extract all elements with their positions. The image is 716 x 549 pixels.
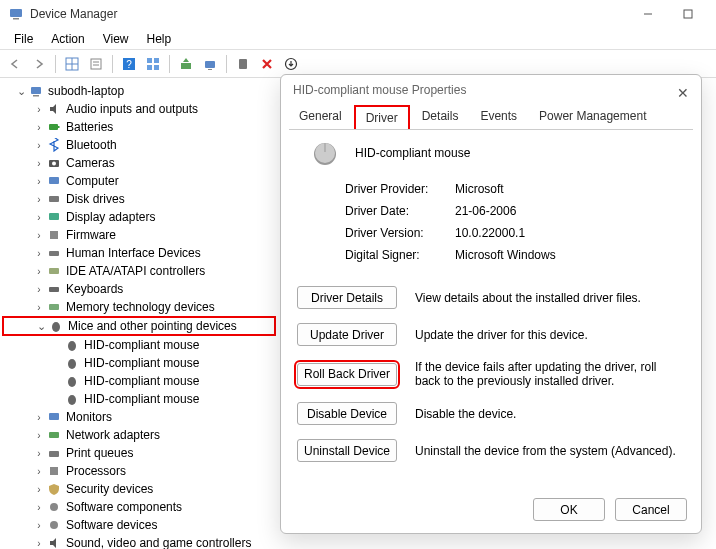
chevron-right-icon[interactable] (32, 176, 46, 187)
close-button[interactable]: ✕ (671, 81, 695, 105)
svg-rect-30 (50, 231, 58, 239)
chevron-right-icon[interactable] (32, 520, 46, 531)
tree-item-disk[interactable]: Disk drives (4, 190, 276, 208)
tree-item-hid-mouse[interactable]: HID-compliant mouse (4, 372, 276, 390)
toolbar-help-icon[interactable]: ? (118, 53, 140, 75)
uninstall-device-button[interactable]: Uninstall Device (297, 439, 397, 462)
menu-action[interactable]: Action (43, 30, 92, 48)
tree-label: Security devices (66, 482, 153, 496)
ide-icon (46, 263, 62, 279)
tree-item-cameras[interactable]: Cameras (4, 154, 276, 172)
tab-events[interactable]: Events (470, 105, 527, 129)
toolbar-install-icon[interactable] (280, 53, 302, 75)
tree-item-hid-mouse[interactable]: HID-compliant mouse (4, 354, 276, 372)
toolbar-delete-icon[interactable] (256, 53, 278, 75)
tree-item-hid-mouse[interactable]: HID-compliant mouse (4, 336, 276, 354)
tab-driver[interactable]: Driver (354, 105, 410, 129)
tree-root[interactable]: subodh-laptop (4, 82, 276, 100)
minimize-button[interactable] (628, 0, 668, 28)
forward-button[interactable] (28, 53, 50, 75)
svg-rect-17 (205, 61, 215, 68)
chevron-down-icon[interactable] (34, 320, 48, 333)
chevron-right-icon[interactable] (32, 122, 46, 133)
update-driver-button[interactable]: Update Driver (297, 323, 397, 346)
tree-item-print[interactable]: Print queues (4, 444, 276, 462)
menu-file[interactable]: File (6, 30, 41, 48)
tree-item-computer[interactable]: Computer (4, 172, 276, 190)
chevron-right-icon[interactable] (32, 104, 46, 115)
chevron-right-icon[interactable] (32, 248, 46, 259)
cancel-button[interactable]: Cancel (615, 498, 687, 521)
toolbar-properties-icon[interactable] (85, 53, 107, 75)
svg-point-45 (50, 521, 58, 529)
svg-rect-40 (49, 413, 59, 420)
menubar: File Action View Help (0, 28, 716, 50)
driver-details-button[interactable]: Driver Details (297, 286, 397, 309)
chevron-right-icon[interactable] (32, 412, 46, 423)
toolbar-grid2-icon[interactable] (142, 53, 164, 75)
toolbar-grid-icon[interactable] (61, 53, 83, 75)
tree-item-mice[interactable]: Mice and other pointing devices (2, 316, 276, 336)
menu-help[interactable]: Help (139, 30, 180, 48)
mouse-icon (64, 373, 80, 389)
tree-item-hid[interactable]: Human Interface Devices (4, 244, 276, 262)
svg-rect-32 (49, 268, 59, 274)
maximize-button[interactable] (668, 0, 708, 28)
chevron-right-icon[interactable] (32, 502, 46, 513)
chevron-right-icon[interactable] (32, 302, 46, 313)
svg-rect-33 (49, 287, 59, 292)
tree-item-batteries[interactable]: Batteries (4, 118, 276, 136)
chevron-right-icon[interactable] (32, 466, 46, 477)
tree-item-swcomponents[interactable]: Software components (4, 498, 276, 516)
tab-power[interactable]: Power Management (529, 105, 656, 129)
chevron-down-icon[interactable] (14, 85, 28, 98)
tab-details[interactable]: Details (412, 105, 469, 129)
chevron-right-icon[interactable] (32, 538, 46, 549)
toolbar-update-icon[interactable] (175, 53, 197, 75)
chevron-right-icon[interactable] (32, 284, 46, 295)
chevron-right-icon[interactable] (32, 448, 46, 459)
disable-device-button[interactable]: Disable Device (297, 402, 397, 425)
chevron-right-icon[interactable] (32, 140, 46, 151)
tree-item-ide[interactable]: IDE ATA/ATAPI controllers (4, 262, 276, 280)
tree-item-hid-mouse[interactable]: HID-compliant mouse (4, 390, 276, 408)
chevron-right-icon[interactable] (32, 266, 46, 277)
back-button[interactable] (4, 53, 26, 75)
chevron-right-icon[interactable] (32, 212, 46, 223)
svg-rect-23 (49, 124, 58, 130)
tree-item-sound[interactable]: Sound, video and game controllers (4, 534, 276, 549)
ok-button[interactable]: OK (533, 498, 605, 521)
chevron-right-icon[interactable] (32, 430, 46, 441)
tree-item-display[interactable]: Display adapters (4, 208, 276, 226)
tree-item-security[interactable]: Security devices (4, 480, 276, 498)
mouse-icon (48, 318, 64, 334)
tree-item-monitors[interactable]: Monitors (4, 408, 276, 426)
tree-label: Human Interface Devices (66, 246, 201, 260)
tree-item-swdevices[interactable]: Software devices (4, 516, 276, 534)
device-tree[interactable]: subodh-laptop Audio inputs and outputs B… (0, 78, 280, 549)
tree-item-keyboards[interactable]: Keyboards (4, 280, 276, 298)
toolbar-scan-icon[interactable] (199, 53, 221, 75)
tree-item-firmware[interactable]: Firmware (4, 226, 276, 244)
tab-general[interactable]: General (289, 105, 352, 129)
chevron-right-icon[interactable] (32, 194, 46, 205)
svg-rect-29 (49, 213, 59, 220)
tree-item-audio[interactable]: Audio inputs and outputs (4, 100, 276, 118)
chevron-right-icon[interactable] (32, 158, 46, 169)
provider-label: Driver Provider: (345, 182, 455, 204)
menu-view[interactable]: View (95, 30, 137, 48)
provider-value: Microsoft (455, 182, 504, 204)
rollback-driver-button[interactable]: Roll Back Driver (297, 363, 397, 386)
svg-rect-18 (208, 69, 212, 70)
tree-item-network[interactable]: Network adapters (4, 426, 276, 444)
device-header: HID-compliant mouse (307, 140, 685, 166)
svg-rect-21 (31, 87, 41, 94)
network-icon (46, 427, 62, 443)
toolbar-device-icon[interactable] (232, 53, 254, 75)
tree-label: Cameras (66, 156, 115, 170)
chevron-right-icon[interactable] (32, 484, 46, 495)
tree-item-memory[interactable]: Memory technology devices (4, 298, 276, 316)
chevron-right-icon[interactable] (32, 230, 46, 241)
tree-item-bluetooth[interactable]: Bluetooth (4, 136, 276, 154)
tree-item-processors[interactable]: Processors (4, 462, 276, 480)
